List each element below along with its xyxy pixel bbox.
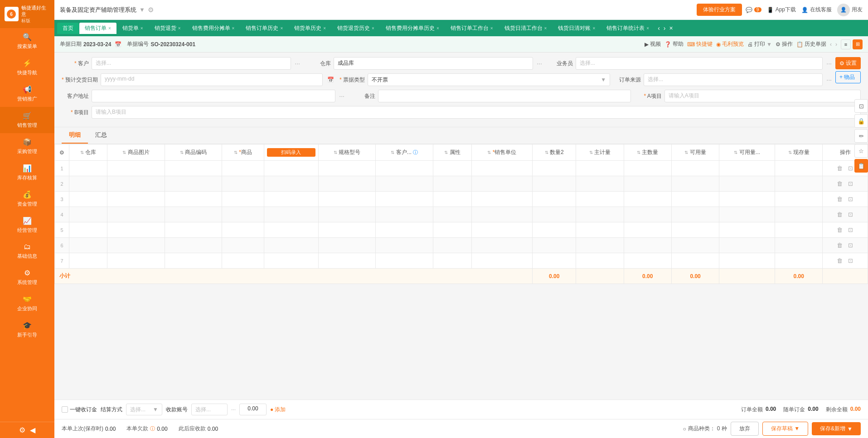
detail-tab-detail[interactable]: 明细 xyxy=(62,127,88,144)
settings-icon[interactable]: ⚙ xyxy=(148,6,154,14)
tab-menu-btn[interactable]: × xyxy=(668,24,674,33)
row-customer-code-6[interactable] xyxy=(376,238,433,253)
sidebar-item-purchase[interactable]: 📦 采购管理 xyxy=(0,133,54,159)
row-spec-1[interactable] xyxy=(319,161,376,176)
row-scan-1[interactable] xyxy=(264,161,318,176)
row-delete-7[interactable]: 🗑 xyxy=(835,256,844,265)
row-copy-4[interactable]: ⊡ xyxy=(846,210,855,219)
row-available-7[interactable] xyxy=(671,253,719,269)
tab-cash-reconcile[interactable]: 钱货日清对账× xyxy=(553,23,601,34)
row-spec-5[interactable] xyxy=(319,222,376,238)
nav-prev-icon[interactable]: ‹ xyxy=(830,41,832,48)
tab-close-sales-fee-history[interactable]: × xyxy=(436,26,439,31)
checkbox-icon[interactable] xyxy=(62,406,68,413)
sidebar-item-sales[interactable]: 🛒 销售管理 xyxy=(0,107,54,133)
sidebar-item-enterprise[interactable]: 🤝 企业协同 xyxy=(0,290,54,317)
row-scan-7[interactable] xyxy=(264,253,318,269)
profit-btn[interactable]: ◉ 毛利预览 xyxy=(716,40,744,48)
row-copy-5[interactable]: ⊡ xyxy=(846,226,855,235)
row-main-unit-5[interactable] xyxy=(576,222,624,238)
remark-input[interactable] xyxy=(378,90,631,102)
ra-btn-4[interactable]: ☆ xyxy=(854,144,868,158)
row-customer-code-3[interactable] xyxy=(376,192,433,207)
sidebar-collapse-icon[interactable]: ◀ xyxy=(30,426,35,434)
tab-close-sales-return-goods[interactable]: × xyxy=(178,26,181,31)
row-warehouse-5[interactable] xyxy=(69,222,107,238)
row-image-4[interactable] xyxy=(107,207,165,222)
row-spec-7[interactable] xyxy=(319,253,376,269)
warehouse-more-icon[interactable]: ··· xyxy=(537,60,542,67)
tab-sales-return[interactable]: 销货单× xyxy=(117,23,149,34)
row-qty2-4[interactable] xyxy=(533,207,576,222)
row-main-qty-4[interactable] xyxy=(624,207,671,222)
row-unit-7[interactable] xyxy=(471,253,532,269)
row-qty2-6[interactable] xyxy=(533,238,576,253)
ra-btn-3[interactable]: ✏ xyxy=(854,129,868,143)
tab-sales-return-history[interactable]: 销货单历史× xyxy=(289,23,331,34)
account-select[interactable]: 选择... xyxy=(191,404,228,415)
tab-sales-order-history[interactable]: 销售订单历史× xyxy=(240,23,288,34)
row-warehouse-3[interactable] xyxy=(69,192,107,207)
row-available2-7[interactable] xyxy=(719,253,775,269)
save-draft-dropdown-icon[interactable]: ▼ xyxy=(794,425,800,432)
row-main-qty-2[interactable] xyxy=(624,176,671,192)
row-available2-5[interactable] xyxy=(719,222,775,238)
tab-sales-return-goods[interactable]: 销货退货× xyxy=(149,23,186,34)
row-spec-4[interactable] xyxy=(319,207,376,222)
tab-close-sales-return[interactable]: × xyxy=(141,26,143,31)
bill-date-calendar-icon[interactable]: 📅 xyxy=(115,41,121,48)
scan-btn[interactable]: 扫码录入 xyxy=(267,148,315,157)
tab-close-sales-order-history[interactable]: × xyxy=(280,26,283,31)
row-main-qty-1[interactable] xyxy=(624,161,671,176)
warehouse-input[interactable]: 成品库 xyxy=(334,57,533,70)
row-image-6[interactable] xyxy=(107,238,165,253)
row-goods-5[interactable] xyxy=(222,222,264,238)
quick-deposit-checkbox[interactable]: 一键收订金 xyxy=(62,406,97,414)
tab-close-sales-fee[interactable]: × xyxy=(232,26,235,31)
operation-btn[interactable]: ⚙ 操作 xyxy=(776,40,793,48)
row-available2-3[interactable] xyxy=(719,192,775,207)
row-copy-3[interactable]: ⊡ xyxy=(846,195,855,204)
row-main-qty-7[interactable] xyxy=(624,253,671,269)
row-code-6[interactable] xyxy=(165,238,222,253)
row-customer-code-5[interactable] xyxy=(376,222,433,238)
ra-btn-1[interactable]: ⊡ xyxy=(854,99,868,113)
shortcut-btn[interactable]: ⌨ 快捷键 xyxy=(687,40,713,48)
row-unit-5[interactable] xyxy=(471,222,532,238)
detail-tab-summary[interactable]: 汇总 xyxy=(88,127,114,144)
online-service-btn[interactable]: 👤 在线客服 xyxy=(801,6,832,14)
row-available-5[interactable] xyxy=(671,222,719,238)
customer-input[interactable]: 选择... xyxy=(92,57,291,70)
row-stock-1[interactable] xyxy=(775,161,823,176)
tab-close-sales-return-goods-history[interactable]: × xyxy=(372,26,374,31)
user-menu-btn[interactable]: 👤 用友 xyxy=(837,4,863,16)
row-warehouse-2[interactable] xyxy=(69,176,107,192)
row-customer-code-1[interactable] xyxy=(376,161,433,176)
tab-sales-order-workbench[interactable]: 销售订单工作台× xyxy=(445,23,499,34)
row-available2-6[interactable] xyxy=(719,238,775,253)
bill-date-value[interactable]: 2023-03-24 xyxy=(83,41,111,48)
row-code-3[interactable] xyxy=(165,192,222,207)
row-copy-2[interactable]: ⊡ xyxy=(846,179,855,188)
row-unit-4[interactable] xyxy=(471,207,532,222)
row-copy-7[interactable]: ⊡ xyxy=(846,256,855,265)
row-code-2[interactable] xyxy=(165,176,222,192)
row-available-3[interactable] xyxy=(671,192,719,207)
row-image-5[interactable] xyxy=(107,222,165,238)
row-qty2-7[interactable] xyxy=(533,253,576,269)
history-btn[interactable]: 📋 历史单据 xyxy=(796,40,826,48)
row-warehouse-4[interactable] xyxy=(69,207,107,222)
industry-solution-btn[interactable]: 体验行业方案 xyxy=(697,4,742,16)
row-available2-4[interactable] xyxy=(719,207,775,222)
b-project-input[interactable]: 请输入B项目 xyxy=(92,106,861,119)
row-scan-3[interactable] xyxy=(264,192,318,207)
row-image-7[interactable] xyxy=(107,253,165,269)
row-main-unit-6[interactable] xyxy=(576,238,624,253)
discard-btn[interactable]: 放弃 xyxy=(731,422,759,436)
row-attrs-4[interactable] xyxy=(433,207,471,222)
row-delete-6[interactable]: 🗑 xyxy=(835,241,844,250)
row-stock-5[interactable] xyxy=(775,222,823,238)
row-main-unit-1[interactable] xyxy=(576,161,624,176)
row-available-4[interactable] xyxy=(671,207,719,222)
sidebar-settings-icon[interactable]: ⚙ xyxy=(19,426,25,434)
